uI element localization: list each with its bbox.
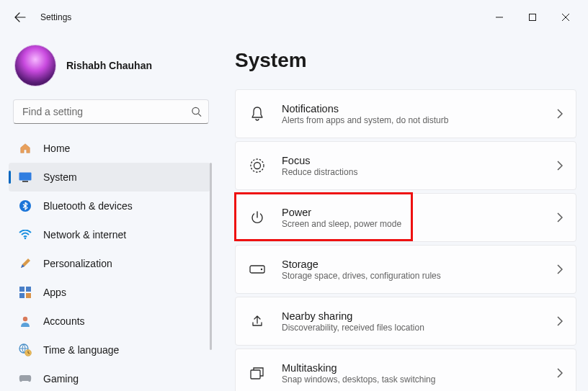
wifi-icon [19,228,32,241]
profile-section[interactable]: Rishabh Chauhan [9,40,216,99]
sidebar-item-personalization[interactable]: Personalization [9,249,210,278]
sidebar-item-label: Gaming [43,373,79,385]
sidebar-item-label: Accounts [43,315,85,327]
focus-icon [249,157,266,174]
sidebar-item-system[interactable]: System [9,163,210,192]
chevron-right-icon [557,264,563,274]
card-subtitle: Snap windows, desktops, task switching [282,374,557,385]
chevron-right-icon [557,368,563,378]
sidebar-item-label: Network & internet [43,229,126,241]
svg-rect-8 [19,287,24,292]
sidebar-item-label: Home [43,143,70,154]
arrow-left-icon [14,12,26,23]
card-subtitle: Reduce distractions [282,167,557,177]
sidebar-item-apps[interactable]: Apps [9,278,210,307]
window-controls [483,6,582,29]
svg-rect-4 [19,173,32,181]
apps-icon [19,286,32,299]
multitasking-icon [249,364,266,382]
sidebar-item-label: Bluetooth & devices [43,200,133,212]
paintbrush-icon [19,257,32,270]
chevron-right-icon [557,109,563,119]
close-button[interactable] [549,6,582,29]
search-input[interactable] [13,99,209,124]
share-icon [249,313,266,330]
minimize-icon [496,14,503,21]
card-title: Power [282,207,557,218]
gamepad-icon [19,372,32,385]
sidebar-item-label: Personalization [43,258,112,269]
bluetooth-icon [19,199,32,212]
card-subtitle: Alerts from apps and system, do not dist… [282,115,557,125]
svg-point-16 [254,163,261,169]
sidebar-item-network[interactable]: Network & internet [9,220,210,249]
card-title: Focus [282,155,557,166]
card-subtitle: Screen and sleep, power mode [282,219,557,229]
card-storage[interactable]: Storage Storage space, drives, configura… [235,245,576,294]
svg-rect-11 [26,293,31,298]
card-multitasking[interactable]: Multitasking Snap windows, desktops, tas… [235,349,576,391]
card-focus[interactable]: Focus Reduce distractions [235,141,576,190]
card-notifications[interactable]: Notifications Alerts from apps and syste… [235,89,576,138]
svg-point-12 [23,317,27,321]
sidebar-item-bluetooth[interactable]: Bluetooth & devices [9,192,210,220]
search-icon [191,107,202,117]
home-icon [19,142,32,155]
user-name: Rishabh Chauhan [66,60,152,71]
chevron-right-icon [557,316,563,326]
svg-point-2 [192,107,199,114]
sidebar-item-label: Apps [43,287,66,298]
storage-icon [249,261,266,278]
sidebar-item-accounts[interactable]: Accounts [9,307,210,336]
card-subtitle: Discoverability, received files location [282,323,557,333]
sidebar-item-label: Time & language [43,344,119,356]
svg-rect-5 [22,181,28,182]
card-subtitle: Storage space, drives, configuration rul… [282,271,557,281]
card-title: Multitasking [282,362,557,374]
maximize-icon [529,14,536,21]
minimize-button[interactable] [483,6,516,29]
chevron-right-icon [557,212,563,223]
svg-rect-10 [19,293,24,298]
card-title: Nearby sharing [282,310,557,322]
svg-rect-19 [251,370,260,379]
card-title: Notifications [282,103,557,114]
search-wrap [13,99,209,124]
sidebar: Rishabh Chauhan Home System [0,35,216,391]
close-icon [562,14,569,21]
svg-point-18 [261,269,262,270]
maximize-button[interactable] [516,6,549,29]
chevron-right-icon [557,161,563,171]
bell-icon [249,105,266,122]
svg-line-3 [198,114,201,117]
titlebar: Settings [0,0,588,35]
sidebar-item-home[interactable]: Home [9,134,210,163]
nav-list: Home System Bluetooth & devices Network … [9,134,216,391]
sidebar-scrollbar[interactable] [210,163,212,350]
globe-clock-icon [19,343,32,356]
svg-rect-1 [530,14,536,21]
content-area: System Notifications Alerts from apps an… [216,35,588,391]
back-button[interactable] [6,3,35,32]
svg-point-7 [24,238,27,240]
avatar [14,45,56,86]
sidebar-item-label: System [43,171,77,183]
svg-rect-9 [26,287,31,292]
sidebar-item-gaming[interactable]: Gaming [9,364,210,391]
page-title: System [235,49,576,72]
window-title: Settings [40,12,71,22]
system-icon [19,171,32,184]
card-power[interactable]: Power Screen and sleep, power mode [235,193,576,242]
power-icon [249,209,266,226]
card-title: Storage [282,259,557,270]
card-nearby-sharing[interactable]: Nearby sharing Discoverability, received… [235,297,576,346]
person-icon [19,315,32,328]
sidebar-item-time-language[interactable]: Time & language [9,336,210,364]
svg-point-15 [251,159,264,172]
